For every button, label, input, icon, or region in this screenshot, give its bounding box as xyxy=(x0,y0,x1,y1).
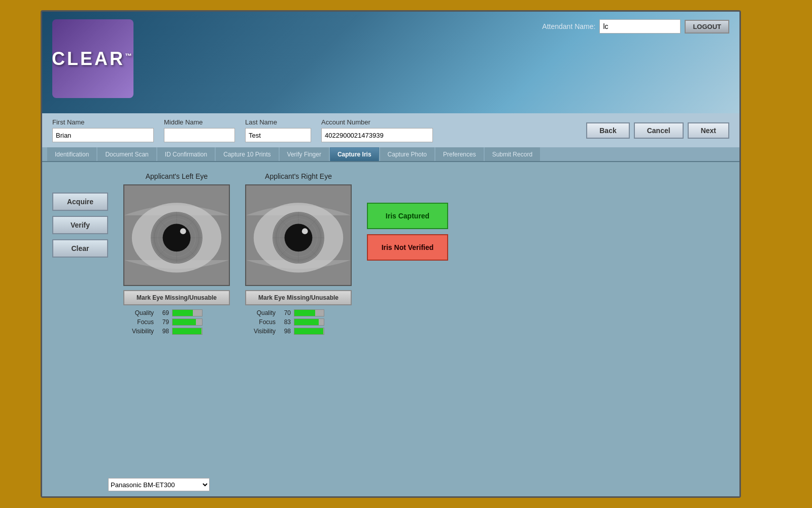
right-focus-row: Focus 83 xyxy=(245,319,352,326)
left-quality-value: 69 xyxy=(157,309,169,316)
left-visibility-bar-fill xyxy=(173,328,201,334)
left-focus-bar-bg xyxy=(172,319,202,326)
last-name-label: Last Name xyxy=(245,118,311,126)
capture-iris-panel: Acquire Verify Clear Applicant's Left Ey… xyxy=(42,162,739,473)
left-quality-bar-bg xyxy=(172,309,202,316)
back-button[interactable]: Back xyxy=(586,122,629,139)
left-mark-eye-button[interactable]: Mark Eye Missing/Unusable xyxy=(123,290,230,305)
right-status: Iris Captured Iris Not Verified xyxy=(367,172,448,463)
left-visibility-bar-bg xyxy=(172,328,202,335)
tab-document-scan[interactable]: Document Scan xyxy=(97,147,156,161)
camera-select[interactable]: Panasonic BM-ET300 xyxy=(108,478,210,491)
left-focus-label: Focus xyxy=(123,319,154,326)
left-visibility-value: 98 xyxy=(157,328,169,335)
logo-box: CLEAR™ xyxy=(52,19,133,98)
right-visibility-row: Visibility 98 xyxy=(245,328,352,335)
right-quality-value: 70 xyxy=(279,309,291,316)
right-focus-bar-bg xyxy=(294,319,324,326)
right-focus-value: 83 xyxy=(279,319,291,326)
cancel-button[interactable]: Cancel xyxy=(634,122,684,139)
tab-capture-iris[interactable]: Capture Iris xyxy=(330,147,379,161)
tab-verify-finger[interactable]: Verify Finger xyxy=(280,147,329,161)
left-quality-label: Quality xyxy=(123,309,154,316)
svg-point-10 xyxy=(163,224,191,251)
attendant-input[interactable] xyxy=(599,19,681,34)
acquire-button[interactable]: Acquire xyxy=(52,193,108,211)
tab-capture-10-prints[interactable]: Capture 10 Prints xyxy=(216,147,278,161)
account-number-input[interactable] xyxy=(321,128,433,142)
middle-name-label: Middle Name xyxy=(164,118,235,126)
middle-name-input[interactable] xyxy=(164,128,235,142)
iris-not-verified-status: Iris Not Verified xyxy=(367,234,448,261)
left-focus-row: Focus 79 xyxy=(123,319,230,326)
right-focus-label: Focus xyxy=(245,319,276,326)
verify-button[interactable]: Verify xyxy=(52,216,108,234)
left-visibility-row: Visibility 98 xyxy=(123,328,230,335)
left-controls: Acquire Verify Clear xyxy=(52,172,113,463)
account-number-label: Account Number xyxy=(321,118,433,126)
left-visibility-label: Visibility xyxy=(123,328,154,335)
left-eye-image xyxy=(123,184,230,286)
attendant-label: Attendant Name: xyxy=(542,22,595,30)
right-eye-panel: Applicant's Right Eye xyxy=(245,172,352,463)
middle-name-group: Middle Name xyxy=(164,118,235,142)
right-eye-title: Applicant's Right Eye xyxy=(265,172,332,180)
right-eye-image xyxy=(245,184,352,286)
header: CLEAR™ Attendant Name: LOGOUT xyxy=(42,12,739,113)
left-quality-bar-fill xyxy=(173,310,193,316)
first-name-group: First Name xyxy=(52,118,154,142)
left-eye-panel: Applicant's Left Eye xyxy=(123,172,230,463)
right-visibility-bar-bg xyxy=(294,328,324,335)
logout-button[interactable]: LOGOUT xyxy=(685,20,729,34)
right-focus-bar-fill xyxy=(294,319,319,325)
form-buttons: Back Cancel Next xyxy=(586,122,729,139)
right-visibility-value: 98 xyxy=(279,328,291,335)
tab-id-confirmation[interactable]: ID Confirmation xyxy=(157,147,215,161)
svg-point-23 xyxy=(302,228,308,234)
account-number-group: Account Number xyxy=(321,118,433,142)
right-quality-bar-bg xyxy=(294,309,324,316)
left-eye-quality: Quality 69 Focus 79 xyxy=(123,309,230,337)
main-content: Acquire Verify Clear Applicant's Left Ey… xyxy=(42,162,739,496)
form-area: First Name Middle Name Last Name Account… xyxy=(42,113,739,147)
iris-captured-status: Iris Captured xyxy=(367,203,448,229)
right-quality-row: Quality 70 xyxy=(245,309,352,316)
clear-button[interactable]: Clear xyxy=(52,239,108,258)
right-visibility-bar-fill xyxy=(294,328,323,334)
left-quality-row: Quality 69 xyxy=(123,309,230,316)
right-mark-eye-button[interactable]: Mark Eye Missing/Unusable xyxy=(245,290,352,305)
right-visibility-label: Visibility xyxy=(245,328,276,335)
tab-identification[interactable]: Identification xyxy=(47,147,96,161)
left-focus-bar-fill xyxy=(173,319,196,325)
screen: CLEAR™ Attendant Name: LOGOUT First Name… xyxy=(41,10,741,498)
first-name-label: First Name xyxy=(52,118,154,126)
tab-preferences[interactable]: Preferences xyxy=(435,147,484,161)
eyes-container: Applicant's Left Eye xyxy=(123,172,729,463)
first-name-input[interactable] xyxy=(52,128,154,142)
camera-area: Panasonic BM-ET300 xyxy=(42,473,739,496)
left-focus-value: 79 xyxy=(157,319,169,326)
right-quality-label: Quality xyxy=(245,309,276,316)
tab-capture-photo[interactable]: Capture Photo xyxy=(380,147,434,161)
logo-text: CLEAR™ xyxy=(52,48,134,70)
tab-bar: Identification Document Scan ID Confirma… xyxy=(42,147,739,162)
svg-point-11 xyxy=(180,228,186,234)
last-name-input[interactable] xyxy=(245,128,311,142)
attendant-area: Attendant Name: LOGOUT xyxy=(542,19,729,34)
svg-point-22 xyxy=(285,224,313,251)
last-name-group: Last Name xyxy=(245,118,311,142)
tab-submit-record[interactable]: Submit Record xyxy=(485,147,540,161)
right-quality-bar-fill xyxy=(294,310,315,316)
left-eye-title: Applicant's Left Eye xyxy=(146,172,208,180)
next-button[interactable]: Next xyxy=(688,122,729,139)
right-eye-quality: Quality 70 Focus 83 xyxy=(245,309,352,337)
